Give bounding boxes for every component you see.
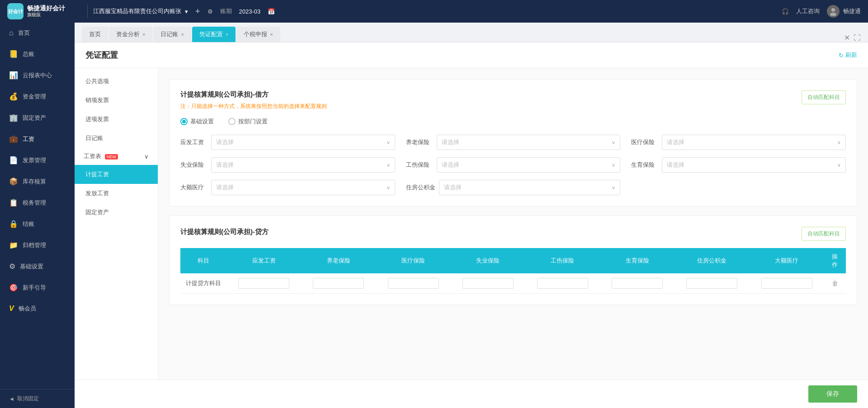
col-housing-fund: 住房公积金 xyxy=(675,248,749,273)
delete-row-btn[interactable]: 🗑 xyxy=(832,280,838,287)
select-arrow-injury: ∨ xyxy=(612,162,615,168)
credit-section: 计提核算规则(公司承担)-贷方 自动匹配科目 科目 应发工资 养老保险 医疗保险 xyxy=(169,216,857,305)
salary-icon: 💼 xyxy=(9,135,18,143)
credit-auto-match-btn[interactable]: 自动匹配科目 xyxy=(802,227,846,241)
col-medical: 医疗保险 xyxy=(376,248,450,273)
field-medical: 医疗保险 请选择 ∨ xyxy=(631,135,846,150)
tab-voucher[interactable]: 凭证配置 × xyxy=(192,27,236,42)
input-large-medical[interactable] xyxy=(761,278,812,289)
user-area: 畅捷通 xyxy=(827,5,861,18)
nav-public[interactable]: 公共选项 xyxy=(75,72,158,91)
col-apply-salary: 应发工资 xyxy=(226,248,301,273)
cell-maternity xyxy=(600,273,675,294)
field-housing-fund: 住房公积金 请选择 ∨ xyxy=(406,180,621,195)
sidebar-item-home[interactable]: ⌂ 首页 xyxy=(0,23,75,43)
select-pension[interactable]: 请选择 ∨ xyxy=(437,135,621,150)
select-arrow-large-medical: ∨ xyxy=(387,185,390,191)
cell-pension xyxy=(301,273,376,294)
settings-icon[interactable]: ⚙ xyxy=(208,8,213,15)
ai-consult-btn[interactable]: 人工咨询 xyxy=(796,7,820,15)
select-arrow-housing-fund: ∨ xyxy=(612,185,615,191)
label-maternity: 生育保险 xyxy=(631,161,658,169)
sidebar-item-tax[interactable]: 📋 税务管理 xyxy=(0,192,75,213)
tab-tax[interactable]: 个税申报 × xyxy=(236,27,280,42)
input-maternity[interactable] xyxy=(612,278,663,289)
sidebar-label-assets: 固定资产 xyxy=(23,114,46,122)
ledger-icon: 📒 xyxy=(9,50,18,58)
tab-expand-icon[interactable]: ⛶ xyxy=(854,34,861,42)
tab-close-voucher[interactable]: × xyxy=(226,32,228,37)
select-large-medical[interactable]: 请选择 ∨ xyxy=(211,180,395,195)
refresh-button[interactable]: ↻ 刷新 xyxy=(839,51,857,59)
page-body: 公共选项 销项发票 进项发票 日记账 工资表 NEW xyxy=(75,68,868,408)
assets-icon: 🏢 xyxy=(9,113,18,122)
sidebar-item-close[interactable]: 🔒 结账 xyxy=(0,213,75,234)
sidebar-item-settings[interactable]: ⚙ 基础设置 xyxy=(0,256,75,277)
nav-salary-table[interactable]: 工资表 NEW ∨ xyxy=(75,148,158,165)
nav-journal[interactable]: 日记账 xyxy=(75,129,158,148)
logo-area: 好会计 畅捷通好会计 旗舰版 xyxy=(7,3,82,19)
select-medical[interactable]: 请选择 ∨ xyxy=(662,135,846,150)
debit-auto-match-btn[interactable]: 自动匹配科目 xyxy=(802,90,846,104)
sidebar-item-archive[interactable]: 📁 归档管理 xyxy=(0,234,75,256)
settings-nav-icon: ⚙ xyxy=(9,262,15,271)
sidebar-label-home: 首页 xyxy=(18,29,30,37)
nav-fixed-assets[interactable]: 固定资产 xyxy=(75,203,158,222)
input-housing-fund[interactable] xyxy=(686,278,737,289)
nav-sales[interactable]: 销项发票 xyxy=(75,91,158,110)
sidebar-label-member: 畅会员 xyxy=(19,305,36,313)
calendar-icon[interactable]: 📅 xyxy=(268,8,275,15)
select-apply-salary[interactable]: 请选择 ∨ xyxy=(211,135,395,150)
save-area: 保存 xyxy=(75,380,868,408)
refresh-icon: ↻ xyxy=(839,52,844,59)
input-pension[interactable] xyxy=(313,278,364,289)
tab-close-journal[interactable]: × xyxy=(181,32,184,37)
nav-purchase[interactable]: 进项发票 xyxy=(75,110,158,129)
radio-basic[interactable]: 基础设置 xyxy=(180,117,214,126)
nav-accrue[interactable]: 计提工资 xyxy=(75,165,158,184)
debit-form-grid: 应发工资 请选择 ∨ 养老保险 请选择 ∨ xyxy=(180,135,846,195)
sidebar-item-member[interactable]: V 畅会员 xyxy=(0,298,75,319)
tab-close-tax[interactable]: × xyxy=(270,32,273,37)
tab-journal[interactable]: 日记账 × xyxy=(153,27,191,42)
sidebar-item-reports[interactable]: 📊 云报表中心 xyxy=(0,65,75,86)
credit-section-title: 计提核算规则(公司承担)-贷方 xyxy=(180,228,269,236)
svg-point-1 xyxy=(830,13,836,16)
sidebar-item-assets[interactable]: 🏢 固定资产 xyxy=(0,107,75,128)
tab-capital[interactable]: 资金分析 × xyxy=(109,27,152,42)
cancel-fixed-btn[interactable]: ◄ 取消固定 xyxy=(0,389,75,408)
sidebar-item-invoice[interactable]: 📄 发票管理 xyxy=(0,150,75,171)
select-unemployment[interactable]: 请选择 ∨ xyxy=(211,157,395,173)
tab-close-all-icon[interactable]: ✕ xyxy=(844,33,850,42)
sidebar-item-ledger[interactable]: 📒 总账 xyxy=(0,43,75,65)
input-medical[interactable] xyxy=(388,278,439,289)
sidebar-item-guide[interactable]: 🎯 新手引导 xyxy=(0,277,75,298)
input-apply-salary[interactable] xyxy=(238,278,289,289)
page-content: 凭证配置 ↻ 刷新 公共选项 销项发票 进项发票 xyxy=(75,42,868,408)
sidebar-item-capital[interactable]: 💰 资金管理 xyxy=(0,86,75,107)
tab-home[interactable]: 首页 xyxy=(82,27,108,42)
sidebar-item-salary[interactable]: 💼 工资 xyxy=(0,128,75,150)
nav-pay[interactable]: 发放工资 xyxy=(75,184,158,203)
add-button[interactable]: + xyxy=(195,7,200,16)
select-housing-fund[interactable]: 请选择 ∨ xyxy=(439,180,621,195)
archive-icon: 📁 xyxy=(9,241,18,249)
col-maternity: 生育保险 xyxy=(600,248,675,273)
input-injury[interactable] xyxy=(537,278,588,289)
guide-icon: 🎯 xyxy=(9,283,18,292)
company-selector[interactable]: 江西服宝精品有限责任公司内账张 ▾ xyxy=(93,7,188,15)
input-unemployment[interactable] xyxy=(462,278,514,289)
field-large-medical: 大额医疗 请选择 ∨ xyxy=(180,180,395,195)
tab-close-capital[interactable]: × xyxy=(142,32,145,37)
field-injury: 工伤保险 请选择 ∨ xyxy=(406,157,621,173)
save-button[interactable]: 保存 xyxy=(808,385,857,403)
inventory-icon: 📦 xyxy=(9,177,18,186)
select-injury[interactable]: 请选择 ∨ xyxy=(437,157,621,173)
home-icon: ⌂ xyxy=(9,29,14,37)
select-maternity[interactable]: 请选择 ∨ xyxy=(662,157,846,173)
page-title: 凭证配置 xyxy=(85,50,118,61)
sidebar-label-inventory: 库存核算 xyxy=(23,178,46,186)
sidebar-item-inventory[interactable]: 📦 库存核算 xyxy=(0,171,75,192)
top-bar-actions: + ⚙ 账期 2023-03 📅 xyxy=(195,7,275,16)
radio-dept[interactable]: 按部门设置 xyxy=(228,117,268,126)
